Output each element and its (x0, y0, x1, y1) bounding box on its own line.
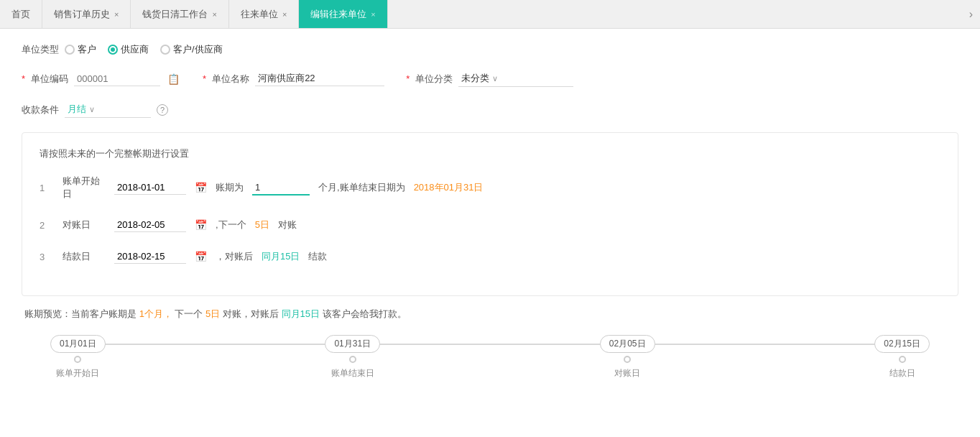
unit-code-star: * (22, 73, 25, 84)
tab-edit-counterparty-label: 编辑往来单位 (310, 8, 366, 21)
unit-category-label: 单位分类 (415, 73, 453, 86)
timeline-badge-2: 01月31日 (325, 335, 380, 353)
radio-customer-supplier-circle (160, 45, 170, 55)
payment-terms-chevron: ∨ (89, 105, 95, 114)
tab-cashflow-label: 钱货日清工作台 (142, 8, 208, 21)
payment-terms-group: 收款条件 月结 ∨ ? (22, 101, 168, 118)
radio-customer-supplier-label: 客户/供应商 (173, 43, 223, 56)
tab-counterparty[interactable]: 往来单位 × (229, 0, 299, 28)
period-row-1-label: 账单开始日 (63, 175, 106, 201)
unit-category-value: 未分类 (461, 72, 489, 85)
unit-category-chevron: ∨ (492, 74, 498, 83)
payment-terms-select[interactable]: 月结 ∨ (65, 101, 151, 118)
unit-type-group: 单位类型 客户 供应商 客户/供应商 (22, 43, 223, 56)
radio-customer-supplier[interactable]: 客户/供应商 (160, 43, 223, 56)
period-row-3-suffix-before: ，对账后 (216, 250, 253, 263)
radio-customer-label: 客户 (78, 43, 96, 56)
preview-prefix: 账期预览：当前客户账期是 (24, 308, 137, 319)
radio-supplier-label: 供应商 (121, 43, 149, 56)
main-content: 单位类型 客户 供应商 客户/供应商 * 单位编码 (0, 29, 980, 437)
timeline-badge-3: 02月05日 (600, 335, 655, 353)
preview-text2: 对账，对账后 (223, 308, 279, 319)
preview-highlight3: 同月15日 (282, 308, 320, 319)
timeline-label-2: 账单结束日 (331, 367, 374, 380)
radio-customer[interactable]: 客户 (65, 43, 96, 56)
unit-name-group: * 单位名称 (203, 72, 384, 86)
period-start-date-input[interactable] (114, 180, 186, 195)
timeline-point-2: 01月31日 账单结束日 (325, 335, 380, 380)
tab-home-label: 首页 (11, 8, 30, 21)
period-months-input[interactable] (252, 180, 310, 196)
period-row-2-num: 2 (40, 220, 54, 231)
period-payment-date-input[interactable] (114, 249, 186, 264)
preview-suffix: 该客户会给我打款。 (323, 308, 407, 319)
tab-counterparty-close[interactable]: × (282, 10, 287, 19)
timeline-badge-1: 01月01日 (50, 335, 106, 353)
timeline-dot-4 (899, 356, 906, 363)
preview-highlight1: 1个月， (139, 308, 172, 319)
timeline-point-1: 01月01日 账单开始日 (50, 335, 106, 380)
tab-more-button[interactable]: › (962, 8, 980, 21)
timeline: 01月01日 账单开始日 01月31日 账单结束日 02月05日 对账日 02月… (22, 335, 958, 380)
timeline-dot-3 (624, 356, 631, 363)
unit-type-row: 单位类型 客户 供应商 客户/供应商 (22, 43, 958, 56)
tab-cashflow-close[interactable]: × (212, 10, 216, 19)
unit-code-label: 单位编码 (31, 73, 68, 86)
tab-home[interactable]: 首页 (0, 0, 42, 28)
unit-info-row: * 单位编码 📋 * 单位名称 * 单位分类 未分类 ∨ (22, 70, 958, 87)
tab-sales-history-close[interactable]: × (114, 10, 119, 19)
period-start-date-cal-icon[interactable]: 📅 (195, 182, 207, 193)
preview-highlight2: 5日 (205, 308, 220, 319)
unit-type-label: 单位类型 (22, 43, 59, 56)
period-row-2: 2 对账日 📅 ,下一个 5日 对账 (40, 218, 940, 232)
period-row-2-suffix-before: ,下一个 (216, 218, 246, 231)
tab-counterparty-label: 往来单位 (241, 8, 278, 21)
unit-code-copy-icon[interactable]: 📋 (166, 72, 181, 86)
tab-edit-counterparty[interactable]: 编辑往来单位 × (299, 0, 387, 28)
unit-name-label: 单位名称 (212, 73, 249, 86)
timeline-dot-2 (349, 356, 356, 363)
tab-bar: 首页 销售订单历史 × 钱货日清工作台 × 往来单位 × 编辑往来单位 × › (0, 0, 980, 29)
period-payment-cal-icon[interactable]: 📅 (195, 251, 207, 262)
tab-sales-history[interactable]: 销售订单历史 × (42, 0, 131, 28)
period-row-3-suffix-after: 结款 (308, 250, 327, 263)
period-row-1-num: 1 (40, 183, 54, 193)
unit-code-group: * 单位编码 📋 (22, 72, 181, 86)
period-row-3-label: 结款日 (63, 250, 106, 263)
radio-supplier[interactable]: 供应商 (108, 43, 149, 56)
period-row-1-suffix-after: 个月,账单结束日期为 (318, 181, 405, 194)
period-row-2-highlight: 5日 (255, 218, 269, 231)
period-row-1: 1 账单开始日 📅 账期为 个月,账单结束日期为 2018年01月31日 (40, 175, 940, 201)
help-icon[interactable]: ? (157, 104, 168, 116)
radio-group-unit-type: 客户 供应商 客户/供应商 (65, 43, 223, 56)
payment-terms-label: 收款条件 (22, 104, 59, 116)
unit-name-star: * (203, 73, 206, 84)
period-reconciliation-cal-icon[interactable]: 📅 (195, 219, 207, 231)
timeline-point-4: 02月15日 结款日 (874, 335, 930, 380)
timeline-point-3: 02月05日 对账日 (600, 335, 655, 380)
period-row-3-num: 3 (40, 252, 54, 262)
timeline-label-1: 账单开始日 (56, 367, 99, 380)
unit-code-input[interactable] (74, 72, 160, 86)
period-row-3: 3 结款日 📅 ，对账后 同月15日 结款 (40, 249, 940, 264)
timeline-points: 01月01日 账单开始日 01月31日 账单结束日 02月05日 对账日 02月… (50, 335, 930, 380)
period-reconciliation-date-input[interactable] (114, 218, 186, 232)
tab-edit-counterparty-close[interactable]: × (371, 10, 375, 19)
tab-sales-history-label: 销售订单历史 (54, 8, 110, 21)
period-row-1-suffix-before: 账期为 (216, 181, 244, 194)
period-row-3-highlight: 同月15日 (262, 250, 300, 263)
timeline-label-3: 对账日 (614, 367, 640, 380)
timeline-dot-1 (74, 356, 81, 363)
period-box-title: 请按照未来的一个完整帐期进行设置 (40, 147, 940, 160)
unit-category-select[interactable]: 未分类 ∨ (458, 70, 573, 87)
radio-supplier-circle (108, 45, 118, 55)
tab-cashflow[interactable]: 钱货日清工作台 × (131, 0, 228, 28)
unit-name-input[interactable] (255, 72, 384, 86)
period-row-2-label: 对账日 (63, 218, 106, 231)
period-row-1-highlight: 2018年01月31日 (414, 181, 484, 194)
timeline-label-4: 结款日 (889, 367, 915, 380)
timeline-badge-4: 02月15日 (874, 335, 930, 353)
preview-text1: 下一个 (175, 308, 203, 319)
radio-customer-circle (65, 45, 75, 55)
unit-category-star: * (406, 73, 410, 84)
